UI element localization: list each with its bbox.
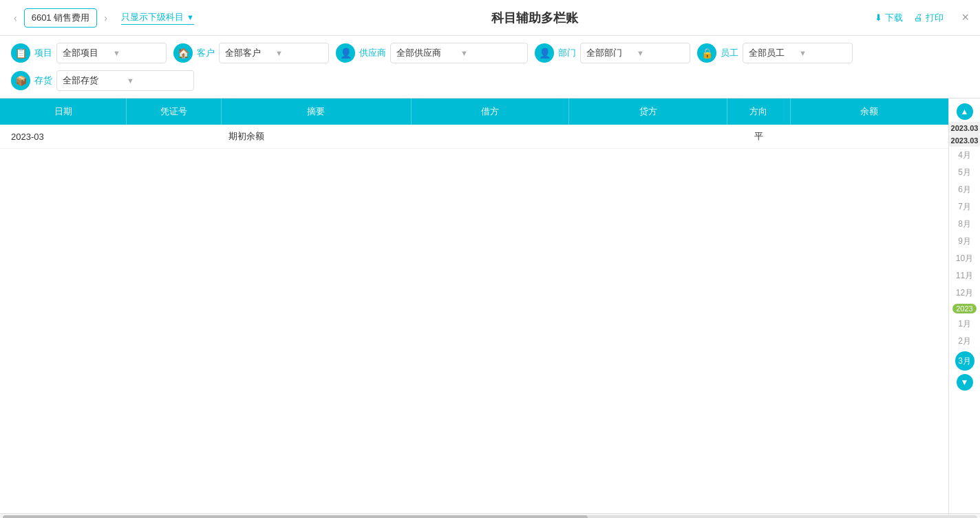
project-select[interactable]: 全部项目 ▼ [56, 43, 167, 63]
project-arrow-icon: ▼ [113, 49, 160, 57]
data-table: 日期 凭证号 摘要 借方 贷方 方向 余额 2023-03 期初余额 平 [0, 99, 948, 149]
supplier-icon: 👤 [336, 43, 355, 63]
inventory-filter-group: 📦 存货 全部存货 ▼ [11, 70, 194, 91]
account-code[interactable]: 6601 销售费用 [24, 8, 98, 28]
cell-direction: 平 [727, 125, 790, 149]
show-sub-accounts-filter[interactable]: 只显示下级科目 ▼ [121, 11, 194, 25]
prev-arrow[interactable]: ‹ [11, 11, 20, 25]
page-title: 科目辅助多栏账 [194, 10, 875, 26]
inventory-select[interactable]: 全部存货 ▼ [56, 70, 194, 91]
col-balance: 余额 [790, 99, 948, 125]
sidebar-month-5[interactable]: 5月 [949, 164, 980, 181]
cell-balance [790, 125, 948, 149]
sidebar-month-10[interactable]: 10月 [949, 250, 980, 267]
customer-label: 客户 [197, 47, 215, 59]
project-icon: 📋 [11, 43, 30, 63]
col-debit: 借方 [411, 99, 569, 125]
department-select[interactable]: 全部部门 ▼ [580, 43, 690, 63]
inventory-label: 存货 [34, 74, 52, 87]
supplier-filter-group: 👤 供应商 全部供应商 ▼ [336, 43, 528, 63]
sidebar-month-9[interactable]: 9月 [949, 233, 980, 250]
scroll-thumb [3, 515, 588, 519]
customer-icon: 🏠 [173, 43, 193, 63]
sidebar-month-2023-03-top[interactable]: 2023.03 [949, 122, 980, 134]
col-summary: 摘要 [222, 99, 412, 125]
supplier-value: 全部供应商 [396, 47, 458, 59]
department-arrow-icon: ▼ [637, 49, 684, 57]
sidebar-month-4[interactable]: 4月 [949, 147, 980, 164]
inventory-icon: 📦 [11, 71, 30, 90]
employee-icon: 🔒 [697, 43, 716, 63]
employee-select[interactable]: 全部员工 ▼ [743, 43, 853, 63]
sidebar-up-arrow[interactable]: ▲ [957, 103, 973, 120]
cell-summary: 期初余额 [222, 125, 412, 149]
download-label: 下载 [885, 12, 903, 24]
next-arrow[interactable]: › [101, 11, 110, 25]
inventory-arrow-icon: ▼ [127, 76, 188, 85]
employee-value: 全部员工 [749, 47, 796, 59]
header-bar: ‹ 6601 销售费用 › 只显示下级科目 ▼ 科目辅助多栏账 ⬇ 下载 🖨 打… [0, 0, 980, 36]
customer-filter-group: 🏠 客户 全部客户 ▼ [173, 43, 329, 63]
department-value: 全部部门 [586, 47, 634, 59]
col-voucher: 凭证号 [127, 99, 222, 125]
supplier-select[interactable]: 全部供应商 ▼ [390, 43, 528, 63]
sidebar-month-2023-03-bottom[interactable]: 2023.03 [949, 134, 980, 147]
employee-filter-group: 🔒 员工 全部员工 ▼ [697, 43, 853, 63]
col-date: 日期 [0, 99, 127, 125]
top-actions: ⬇ 下载 🖨 打印 × [875, 10, 969, 25]
sidebar-down-arrow[interactable]: ▼ [957, 374, 973, 391]
filter-chevron-icon: ▼ [187, 13, 194, 21]
sidebar-month-3-active[interactable]: 3月 [955, 351, 974, 371]
filter-area: 📋 项目 全部项目 ▼ 🏠 客户 全部客户 ▼ 👤 供应商 全部供应商 ▼ 👤 … [0, 36, 980, 99]
cell-credit [569, 125, 727, 149]
inventory-value: 全部存货 [63, 74, 124, 87]
print-button[interactable]: 🖨 打印 [914, 12, 944, 24]
sidebar-month-8[interactable]: 8月 [949, 216, 980, 233]
sidebar-month-2[interactable]: 2月 [949, 333, 980, 350]
customer-select[interactable]: 全部客户 ▼ [219, 43, 329, 63]
print-label: 打印 [926, 12, 944, 24]
close-button[interactable]: × [961, 10, 969, 25]
department-label: 部门 [558, 47, 576, 59]
right-sidebar: ▲ 2023.03 2023.03 4月 5月 6月 7月 8月 9月 10月 … [948, 99, 980, 518]
project-value: 全部项目 [63, 47, 110, 59]
sidebar-month-6[interactable]: 6月 [949, 181, 980, 198]
download-button[interactable]: ⬇ 下载 [875, 12, 903, 24]
scroll-track [3, 515, 977, 519]
supplier-arrow-icon: ▼ [460, 49, 522, 57]
department-filter-group: 👤 部门 全部部门 ▼ [535, 43, 690, 63]
supplier-label: 供应商 [359, 47, 386, 59]
print-icon: 🖨 [914, 12, 923, 23]
col-credit: 贷方 [569, 99, 727, 125]
customer-arrow-icon: ▼ [275, 49, 323, 57]
download-icon: ⬇ [875, 12, 882, 23]
employee-label: 员工 [721, 47, 738, 59]
main-area: 日期 凭证号 摘要 借方 贷方 方向 余额 2023-03 期初余额 平 [0, 99, 980, 513]
project-label: 项目 [34, 47, 52, 59]
filter-label-text: 只显示下级科目 [121, 11, 184, 23]
horizontal-scrollbar[interactable] [0, 513, 980, 518]
cell-date: 2023-03 [0, 125, 127, 149]
sidebar-month-12[interactable]: 12月 [949, 284, 980, 302]
cell-voucher [127, 125, 222, 149]
sidebar-month-11[interactable]: 11月 [949, 267, 980, 284]
table-wrapper: 日期 凭证号 摘要 借方 贷方 方向 余额 2023-03 期初余额 平 [0, 99, 948, 513]
customer-value: 全部客户 [225, 47, 273, 59]
col-direction: 方向 [727, 99, 790, 125]
department-icon: 👤 [535, 43, 554, 63]
cell-debit [411, 125, 569, 149]
sidebar-month-1[interactable]: 1月 [949, 315, 980, 333]
year-badge: 2023 [952, 304, 976, 313]
table-row: 2023-03 期初余额 平 [0, 125, 948, 149]
project-filter-group: 📋 项目 全部项目 ▼ [11, 43, 167, 63]
employee-arrow-icon: ▼ [799, 49, 846, 57]
sidebar-month-7[interactable]: 7月 [949, 198, 980, 216]
